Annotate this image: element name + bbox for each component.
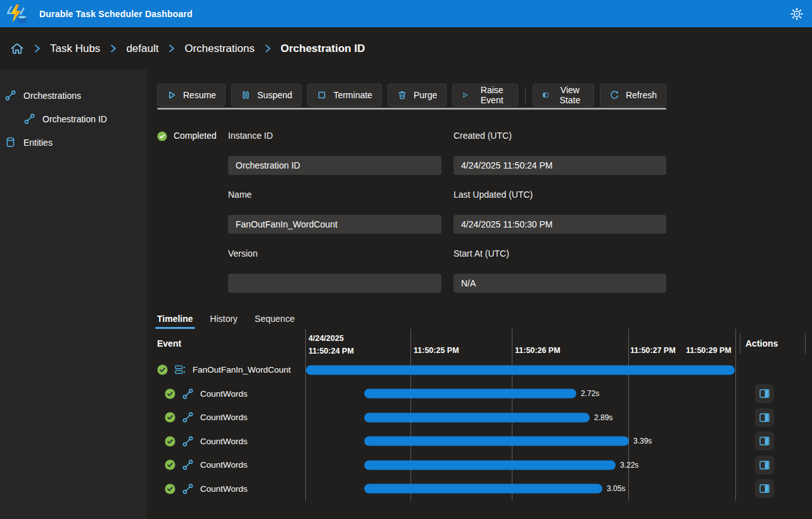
- view-state-button[interactable]: View State: [533, 84, 594, 106]
- duration-label: 3.05s: [607, 484, 625, 493]
- start-at-input[interactable]: [454, 274, 666, 293]
- field-created: Created (UTC): [454, 131, 666, 175]
- view-state-action-button[interactable]: [755, 456, 774, 475]
- name-label: Name: [228, 189, 441, 200]
- instance-id-input[interactable]: [228, 156, 441, 175]
- event-column-header: Event: [147, 329, 305, 358]
- timeline-row: CountWords 3.22s: [147, 453, 812, 477]
- pause-icon: [241, 90, 251, 100]
- split-panel-icon: [759, 484, 770, 493]
- event-cell: CountWords: [147, 484, 305, 494]
- app-title: Durable Task Scheduler Dashboard: [39, 9, 193, 19]
- completed-check-icon: [165, 412, 175, 423]
- gantt-cell: 3.05s: [305, 477, 735, 501]
- view-state-action-button[interactable]: [755, 408, 774, 427]
- tab-timeline[interactable]: Timeline: [157, 314, 193, 329]
- actions-cell: [735, 479, 812, 498]
- sidebar-item-orchestrations[interactable]: Orchestrations: [0, 84, 147, 107]
- suspend-button[interactable]: Suspend: [231, 84, 301, 106]
- version-input[interactable]: [228, 274, 441, 293]
- link-icon: [5, 90, 16, 101]
- chevron-right-icon: [263, 44, 272, 53]
- home-icon[interactable]: [10, 42, 24, 55]
- database-icon: [5, 137, 16, 148]
- axis-tick: 11:50:26 PM: [515, 346, 561, 355]
- app-logo-icon: [6, 4, 28, 24]
- gantt-cell: [305, 358, 735, 382]
- start-at-label: Start At (UTC): [454, 248, 666, 259]
- duration-label: 3.22s: [620, 461, 638, 470]
- sidebar-item-label: Orchestration ID: [42, 114, 107, 124]
- view-state-action-button[interactable]: [755, 384, 774, 403]
- refresh-button[interactable]: Refresh: [600, 84, 666, 106]
- toolbar-divider: [157, 108, 666, 110]
- event-cell: FanOutFanIn_WordCount: [147, 364, 305, 375]
- breadcrumb-default[interactable]: default: [126, 42, 158, 55]
- timeline-rows: FanOutFanIn_WordCount CountWords 2.72s: [147, 358, 812, 501]
- split-panel-icon: [759, 461, 770, 470]
- split-panel-icon: [759, 389, 770, 398]
- breadcrumb: Task Hubs default Orchestrations Orchest…: [0, 27, 812, 70]
- event-name: CountWords: [200, 484, 248, 494]
- axis-time: 11:50:24 PM: [308, 345, 354, 357]
- axis-tick: 11:50:25 PM: [414, 346, 459, 355]
- view-state-action-button[interactable]: [755, 432, 774, 451]
- duration-bar: [364, 437, 629, 446]
- resume-button[interactable]: Resume: [157, 84, 225, 106]
- timeline-header: Event 4/24/2025 11:50:24 PM 11:50:25 PM …: [147, 329, 812, 358]
- duration-label: 2.89s: [594, 413, 612, 422]
- sidebar-item-orchestration-id[interactable]: Orchestration ID: [0, 107, 147, 131]
- chevron-right-icon: [109, 44, 117, 53]
- link-icon: [182, 388, 193, 399]
- field-version: Version: [228, 248, 441, 293]
- completed-check-icon: [165, 459, 175, 470]
- axis-tick: 11:50:29 PM: [686, 346, 732, 355]
- completed-check-icon: [165, 388, 175, 399]
- created-input[interactable]: [454, 156, 666, 175]
- breadcrumb-orchestrations[interactable]: Orchestrations: [184, 42, 255, 55]
- detail-tabs: Timeline History Sequence: [157, 314, 812, 329]
- timeline-row: FanOutFanIn_WordCount: [147, 358, 812, 382]
- chevron-right-icon: [33, 44, 41, 53]
- tab-history[interactable]: History: [210, 314, 238, 329]
- time-axis: 4/24/2025 11:50:24 PM 11:50:25 PM 11:50:…: [305, 329, 735, 358]
- gantt-cell: 2.89s: [305, 406, 735, 430]
- event-name: FanOutFanIn_WordCount: [193, 365, 291, 375]
- event-cell: CountWords: [147, 388, 305, 399]
- completed-check-icon: [165, 436, 175, 447]
- terminate-button[interactable]: Terminate: [307, 84, 381, 106]
- link-icon: [182, 484, 193, 494]
- main-content: Resume Suspend Terminate: [147, 70, 812, 519]
- sidebar-item-entities[interactable]: Entities: [0, 131, 147, 154]
- split-panel-icon: [759, 437, 770, 445]
- timeline-row: CountWords 2.89s: [147, 406, 812, 430]
- duration-bar: [364, 484, 602, 494]
- timeline-row: CountWords 3.39s: [147, 430, 812, 454]
- link-icon: [182, 459, 193, 470]
- name-input[interactable]: [228, 215, 441, 234]
- orchestration-toolbar: Resume Suspend Terminate: [157, 70, 666, 110]
- gantt-cell: 2.72s: [305, 382, 735, 406]
- actions-cell: [735, 408, 812, 427]
- completed-check-icon: [157, 131, 167, 141]
- orchestration-details: Completed Instance ID Created (UTC) Name: [157, 131, 666, 293]
- raise-event-button[interactable]: Raise Event: [452, 84, 518, 106]
- duration-bar: [306, 365, 735, 375]
- purge-button[interactable]: Purge: [388, 84, 447, 106]
- durable-task-dashboard: Durable Task Scheduler Dashboard Task Hu…: [0, 0, 812, 519]
- event-name: CountWords: [200, 389, 248, 399]
- tab-sequence[interactable]: Sequence: [255, 314, 295, 329]
- settings-gear-icon[interactable]: [790, 8, 803, 20]
- event-name: CountWords: [200, 460, 248, 470]
- view-state-action-button[interactable]: [755, 479, 774, 498]
- timeline-row: CountWords 3.05s: [147, 477, 812, 501]
- app-header: Durable Task Scheduler Dashboard: [0, 0, 812, 27]
- event-cell: CountWords: [147, 412, 305, 423]
- last-updated-input[interactable]: [454, 215, 666, 234]
- axis-tick: 4/24/2025 11:50:24 PM: [308, 332, 354, 357]
- created-label: Created (UTC): [454, 131, 666, 141]
- link-icon: [24, 113, 35, 124]
- completed-check-icon: [157, 364, 168, 375]
- chevron-right-icon: [167, 44, 175, 53]
- breadcrumb-task-hubs[interactable]: Task Hubs: [50, 42, 100, 55]
